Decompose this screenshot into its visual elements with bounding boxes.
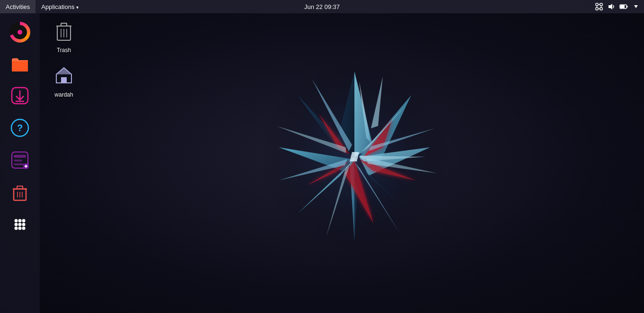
desktop-icon-wardah[interactable]: wardah [45,61,83,101]
topbar-right [595,2,644,11]
applications-menu[interactable]: Applications [35,0,84,13]
svg-rect-28 [596,3,598,6]
apps-grid-icon [10,215,30,236]
app1-icon [9,22,30,43]
dock-item-app5[interactable] [5,146,35,176]
svg-point-77 [22,227,26,230]
dock-item-app2[interactable] [5,49,35,80]
svg-rect-48 [61,77,67,83]
svg-point-73 [18,223,22,226]
app6-icon [10,182,30,204]
svg-point-69 [15,219,18,223]
svg-rect-39 [627,6,628,8]
svg-rect-38 [620,5,625,8]
svg-rect-58 [14,160,22,161]
svg-rect-29 [600,3,602,6]
applications-chevron-icon [76,3,79,10]
tray-expand-icon[interactable] [632,2,640,11]
svg-marker-40 [634,5,638,8]
desktop-icon-trash[interactable]: Trash [45,17,83,56]
dock-item-apps-grid[interactable] [5,210,35,241]
svg-point-76 [18,227,22,230]
activities-button[interactable]: Activities [0,0,35,13]
desktop [0,0,644,313]
dock-item-app1[interactable] [5,17,35,47]
svg-rect-31 [600,8,602,10]
svg-rect-43 [61,23,67,26]
applications-label: Applications [41,3,74,10]
svg-point-72 [15,223,18,226]
trash-icon [53,19,75,45]
svg-text:?: ? [17,123,23,133]
topbar-clock: Jun 22 09:37 [304,3,340,10]
dock-item-app6[interactable] [5,178,35,208]
svg-point-75 [15,227,18,230]
svg-marker-36 [609,4,612,9]
app2-icon [10,54,30,75]
svg-point-70 [18,219,22,223]
svg-rect-30 [596,8,598,10]
svg-marker-49 [56,68,71,74]
home-icon [53,64,75,89]
desktop-icons-area: Trash wardah [45,17,83,101]
svg-rect-57 [14,155,26,158]
svg-rect-59 [14,163,24,165]
svg-rect-65 [17,186,23,189]
network-icon[interactable] [595,2,603,11]
app5-icon [10,150,30,172]
app3-icon [10,86,30,107]
topbar-left: Activities Applications [0,0,84,13]
battery-icon[interactable] [619,2,628,11]
dock-item-app3[interactable] [5,81,35,112]
datetime-label: Jun 22 09:37 [304,3,340,10]
svg-point-74 [22,223,26,226]
svg-point-71 [22,219,26,223]
volume-icon[interactable] [607,2,616,11]
dock: ? [0,13,40,313]
dock-item-app4[interactable]: ? [5,114,35,144]
app4-icon: ? [10,118,30,140]
activities-label: Activities [6,3,30,10]
wallpaper-art [231,34,477,280]
topbar: Activities Applications Jun 22 09:37 [0,0,644,13]
wardah-label: wardah [54,91,73,98]
trash-label: Trash [57,47,71,54]
svg-rect-50 [12,60,28,61]
